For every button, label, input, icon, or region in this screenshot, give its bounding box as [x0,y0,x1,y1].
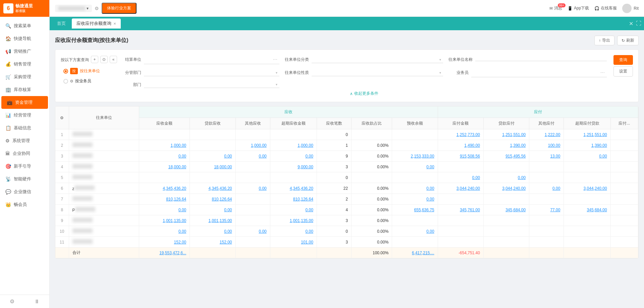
sidebar-item-label: 畅会员 [14,202,27,208]
online-service-button[interactable]: 🎧 在线客服 [594,5,617,11]
blurred-cell [72,142,93,147]
sidebar-item-stock[interactable]: 🏢 库存核算 [0,83,49,96]
sidebar-item-operation[interactable]: 📊 经营管理 [0,109,49,122]
total-overdue-ar-cell [270,248,317,258]
filter-option-by-unit[interactable]: 按 按往来单位 [61,67,117,76]
sidebar-item-quick[interactable]: 🏠 快捷导航 [0,32,49,45]
sidebar-item-hardware[interactable]: 📡 智能硬件 [0,173,49,185]
filter-add-button[interactable]: + [91,56,98,63]
department-select[interactable]: ▾ [144,81,279,88]
sidebar-item-label: 新手引导 [14,163,31,169]
sidebar-item-wechat[interactable]: 💬 企业微信 [0,185,49,198]
table-row: 418,000.0018,000.009,000.0030.00%0.00 [55,162,638,172]
tab-close-window-button[interactable]: ✕ [629,20,633,27]
unit-category-label: 往来单位分类 [285,57,309,62]
radio-by-unit [63,69,68,74]
sidebar-item-label: 采购管理 [14,74,31,80]
sidebar-item-finance[interactable]: 💼 资金管理 [1,96,48,109]
settle-unit-input[interactable]: ··· [144,55,279,64]
unit-name-label: 往来单位名称 [448,57,473,62]
filter-settings-button[interactable]: ⊙ [100,56,108,63]
sidebar-item-member[interactable]: 👑 畅会员 [0,198,49,211]
col-group-ap-header: 应付 [438,106,638,118]
settle-unit-dots: ··· [273,56,277,62]
sidebar-item-search[interactable]: 🔍 搜索菜单 [0,19,49,32]
corp-icon: 🏛 [5,151,10,156]
total-label-cell: 合计 [69,248,139,258]
blurred-cell [72,228,93,233]
salesman-input[interactable]: ··· [471,68,607,77]
filter-grid: 结算单位 ··· 往来单位分类 ▾ 往来单位名称 [121,55,607,88]
sidebar-item-label: 系统管理 [12,138,30,144]
sidebar-item-corp[interactable]: 🏛 企业协同 [0,147,49,160]
app-label: App下载 [574,5,589,11]
blurred-cell [72,132,93,136]
blurred-cell [74,185,95,190]
total-prepaid-cell[interactable]: 6,417,215.... [392,248,438,258]
username-label[interactable]: Rit [634,6,639,11]
filter-row-unit-category: 往来单位分类 ▾ [285,55,443,64]
logo-text-block: 畅捷通里 标准版 [15,3,33,13]
logo-title: 畅捷通里 [15,3,33,9]
col-ar-amount-header: 应收金额 [139,118,190,129]
header: ▾ ⚙ 体验行业方案 ✉ 消息 99+ 📱 App下载 🎧 在线客服 Rit [50,0,644,17]
blurred-cell [72,175,93,179]
refresh-button[interactable]: ↻ 刷新 [617,36,639,45]
chevron-down-icon: ▾ [439,71,441,75]
filter-option-by-staff[interactable]: ⊙ 按业务员 [61,77,117,85]
filter-collapse-button[interactable]: ∧ 收起更多条件 [121,91,607,96]
sidebar-item-system[interactable]: ⚙ 系统管理 [0,134,49,147]
setting-button[interactable]: 设置 [613,66,633,77]
col-settings-header[interactable]: ⚙ [55,106,69,129]
stock-icon: 🏢 [5,87,11,92]
col-loan-ap-header: 贷款应付 [483,118,529,129]
total-ar-amount-cell[interactable]: 19,553,472,6... [139,248,190,258]
tab-home[interactable]: 首页 [52,18,70,29]
query-button[interactable]: 查询 [613,55,633,65]
filter-collapse-left-button[interactable]: « [110,56,117,63]
message-icon: ✉ [549,6,553,11]
total-ap-amount-cell: -654,751.40 [438,248,483,258]
filter-actions: + ⊙ « [91,56,117,63]
tab-close-icon[interactable]: ✕ [113,22,116,26]
sidebar-item-label: 基础信息 [14,125,31,131]
dept-label: 分管部门 [121,70,141,76]
sidebar-navigation: 🔍 搜索菜单 🏠 快捷导航 📢 营销推广 💰 销售管理 🛒 采购管理 🏢 库存核… [0,17,49,295]
filter-row-settle: 结算单位 ··· [121,55,279,64]
total-row: 合计 19,553,472,6... 100.00% 6,417,215....… [55,248,638,258]
tab-fullscreen-button[interactable]: ⛶ [636,20,641,27]
sidebar-item-purchase[interactable]: 🛒 采购管理 [0,71,49,83]
col-overdue-ap-header: 超期应付贷款 [564,118,610,129]
message-button[interactable]: ✉ 消息 99+ [549,5,562,11]
salesman-label: 业务员 [448,70,469,76]
filter-by-staff-icon: ⊙ [70,79,73,83]
sidebar-logo: 6 畅捷通里 标准版 [0,0,49,17]
table-row: 7810,126.64810,126.64810,126.6420.00%0.0… [55,194,638,205]
sidebar-collapse-button[interactable]: ⏸ [34,299,40,305]
col-group-ar-header: 应收 [139,106,438,118]
unit-name-input[interactable] [475,58,607,61]
app-download-button[interactable]: 📱 App下载 [568,5,589,11]
export-button[interactable]: ↑ 导出 [594,36,614,45]
unit-nature-select[interactable]: ▾ [312,70,443,76]
promo-button[interactable]: 体验行业方案 [102,3,137,14]
service-label: 在线客服 [601,5,617,11]
col-prepaid-header: 预收余额 [392,118,438,129]
sidebar-item-label: 企业协同 [13,150,30,157]
sidebar-item-marketing[interactable]: 📢 营销推广 [0,45,49,58]
page-header: 应收应付余额查询(按往来单位) ↑ 导出 ↻ 刷新 [55,36,639,45]
company-selector[interactable]: ▾ [55,5,92,12]
filter-by-staff-label: 按业务员 [75,78,91,84]
unit-category-select[interactable]: ▾ [312,56,443,63]
sidebar-bottom: ⚙ ⏸ [0,295,49,308]
dept-select[interactable]: ▾ [144,70,279,76]
settings-gear-icon[interactable]: ⚙ [95,6,99,11]
sidebar-item-sales[interactable]: 💰 销售管理 [0,58,49,71]
sidebar-item-guide[interactable]: 🎯 新手引导 [0,160,49,173]
tab-ar-ap[interactable]: 应收应付余额查询 ✕ [72,18,121,29]
sidebar-settings-button[interactable]: ⚙ [10,298,14,305]
data-table-container: ⚙ 往来单位 应收 应付 应收金额 贷款应收 其他应收 超期应收金额 应收笔数 … [55,106,639,259]
blurred-cell [72,239,93,244]
total-loan-ap-cell [483,248,529,258]
sidebar-item-basic[interactable]: 📋 基础信息 [0,122,49,134]
